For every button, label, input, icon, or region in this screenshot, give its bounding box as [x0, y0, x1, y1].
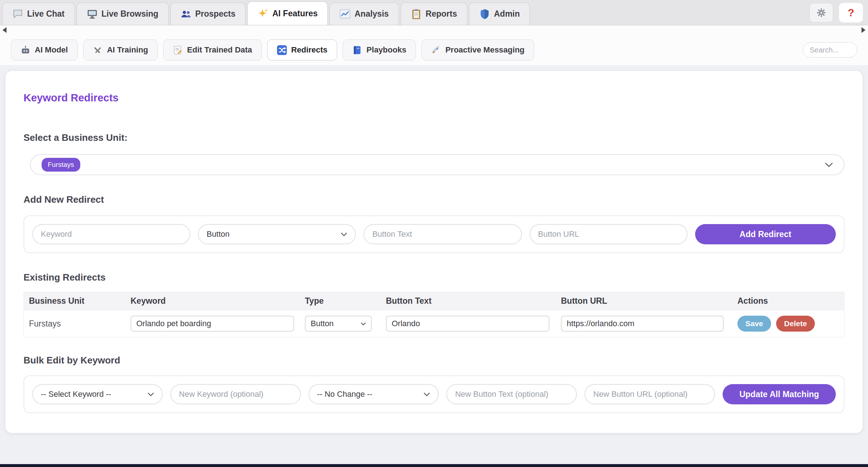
chevron-down-icon	[361, 322, 366, 325]
chart-icon	[340, 9, 350, 20]
clipboard-icon	[411, 9, 422, 20]
book-icon	[352, 45, 362, 55]
subtab-playbooks[interactable]: Playbooks	[342, 39, 416, 60]
col-button-url: Button URL	[556, 296, 732, 306]
bulk-type-select-value: -- No Change --	[317, 390, 373, 399]
existing-redirects-heading: Existing Redirects	[24, 272, 844, 283]
tab-label: Live Chat	[27, 9, 65, 19]
sub-nav: AI Model AI Training Edit Trained Data R…	[0, 35, 868, 65]
business-unit-pill: Furstays	[42, 158, 80, 172]
bulk-edit-form: -- Select Keyword -- -- No Change -- Upd…	[24, 375, 844, 413]
keyword-redirects-card: Keyword Redirects Select a Business Unit…	[5, 71, 863, 433]
delete-button[interactable]: Delete	[776, 316, 815, 332]
tab-live-chat[interactable]: Live Chat	[2, 3, 75, 25]
tab-scroll-strip	[0, 25, 868, 35]
button-text-input[interactable]	[363, 224, 522, 244]
save-button[interactable]: Save	[737, 316, 771, 332]
tab-label: Reports	[426, 9, 457, 19]
row-type-select[interactable]: Button	[305, 316, 372, 332]
bulk-new-button-text-input[interactable]	[446, 384, 577, 404]
subtab-edit-trained-data[interactable]: Edit Trained Data	[163, 39, 262, 60]
bulk-type-select[interactable]: -- No Change --	[309, 384, 439, 404]
search-input[interactable]	[803, 42, 857, 58]
tab-admin[interactable]: Admin	[469, 3, 530, 25]
chat-icon	[12, 9, 23, 20]
tab-label: Admin	[494, 9, 520, 19]
top-actions: ?	[809, 3, 863, 25]
chevron-down-icon	[825, 163, 833, 167]
row-keyword-input[interactable]	[131, 316, 294, 332]
monitor-icon	[87, 9, 98, 20]
help-button[interactable]: ?	[839, 3, 863, 22]
shuffle-icon	[277, 45, 287, 55]
rocket-icon	[431, 45, 441, 55]
row-button-url-input[interactable]	[561, 316, 724, 332]
bottom-edge-bar	[0, 464, 868, 467]
col-business-unit: Business Unit	[24, 296, 125, 306]
robot-icon	[21, 45, 30, 55]
subtab-label: Redirects	[291, 45, 327, 55]
table-row: Furstays Button Save Delete	[24, 310, 844, 337]
tab-live-browsing[interactable]: Live Browsing	[77, 3, 169, 25]
subtab-ai-model[interactable]: AI Model	[11, 39, 78, 60]
memo-icon	[173, 45, 183, 55]
tab-label: AI Features	[272, 9, 318, 18]
sparkle-icon	[258, 8, 268, 19]
button-url-input[interactable]	[529, 224, 688, 244]
col-actions: Actions	[732, 296, 844, 306]
tab-prospects[interactable]: Prospects	[170, 3, 246, 25]
chevron-down-icon	[148, 392, 154, 396]
subtab-redirects[interactable]: Redirects	[267, 39, 337, 60]
chevron-down-icon	[341, 232, 347, 236]
type-select[interactable]: Button	[198, 224, 356, 244]
scroll-right-icon[interactable]	[861, 27, 865, 33]
subtab-label: AI Model	[35, 45, 68, 55]
type-select-value: Button	[207, 230, 230, 239]
help-label: ?	[848, 7, 854, 19]
shield-icon	[479, 9, 490, 20]
top-tab-bar: Live Chat Live Browsing Prospects AI Fea…	[0, 0, 868, 25]
subtab-label: Edit Trained Data	[187, 45, 252, 55]
tab-reports[interactable]: Reports	[401, 3, 467, 25]
bulk-new-keyword-input[interactable]	[170, 384, 301, 404]
people-icon	[180, 9, 191, 20]
tab-label: Analysis	[354, 9, 389, 19]
settings-button[interactable]	[809, 3, 833, 22]
tab-analysis[interactable]: Analysis	[329, 3, 399, 25]
add-redirect-button[interactable]: Add Redirect	[695, 224, 836, 244]
add-redirect-heading: Add New Redirect	[24, 194, 844, 205]
table-header: Business Unit Keyword Type Button Text B…	[24, 292, 844, 310]
tab-label: Prospects	[195, 9, 235, 19]
subtab-label: Playbooks	[366, 45, 406, 55]
main-area: Keyword Redirects Select a Business Unit…	[0, 65, 868, 464]
tools-icon	[93, 45, 103, 55]
gear-icon	[816, 7, 827, 18]
bulk-keyword-select[interactable]: -- Select Keyword --	[32, 384, 163, 404]
page-title: Keyword Redirects	[24, 92, 844, 104]
bulk-edit-heading: Bulk Edit by Keyword	[24, 355, 844, 366]
add-redirect-form: Button Add Redirect	[24, 215, 844, 253]
subtab-label: AI Training	[107, 45, 148, 55]
col-button-text: Button Text	[381, 296, 556, 306]
tab-label: Live Browsing	[102, 9, 158, 19]
subtab-label: Proactive Messaging	[445, 45, 524, 55]
update-all-matching-button[interactable]: Update All Matching	[723, 384, 836, 404]
scroll-left-icon[interactable]	[3, 27, 7, 33]
col-keyword: Keyword	[125, 296, 300, 306]
col-type: Type	[300, 296, 381, 306]
bulk-new-button-url-input[interactable]	[584, 384, 715, 404]
chevron-down-icon	[424, 392, 430, 396]
tab-ai-features[interactable]: AI Features	[247, 1, 328, 25]
business-unit-label: Select a Business Unit:	[24, 132, 844, 143]
business-unit-select[interactable]: Furstays	[30, 154, 844, 175]
bulk-keyword-select-value: -- Select Keyword --	[41, 390, 111, 399]
subtab-proactive-messaging[interactable]: Proactive Messaging	[421, 39, 534, 60]
row-type-value: Button	[311, 319, 334, 328]
row-business-unit: Furstays	[24, 319, 125, 329]
row-button-text-input[interactable]	[386, 316, 549, 332]
keyword-input[interactable]	[32, 224, 190, 244]
subtab-ai-training[interactable]: AI Training	[83, 39, 158, 60]
